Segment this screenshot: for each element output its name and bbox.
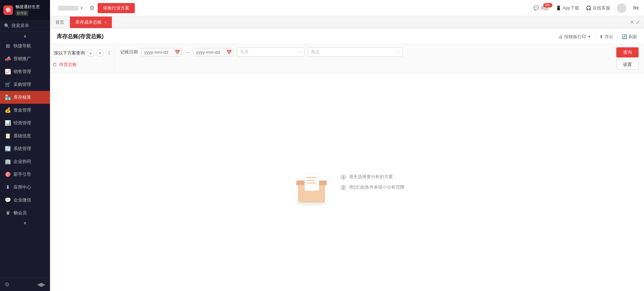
- calendar-end-icon[interactable]: 📅: [226, 50, 232, 55]
- wechat-icon: 💬: [5, 197, 11, 203]
- print-action[interactable]: 🖨 按模板打印 ▼: [559, 34, 591, 40]
- tab-inventory-ledger[interactable]: 库存成本总账 ×: [70, 17, 112, 28]
- scheme-collapse-btn[interactable]: 《: [106, 50, 110, 56]
- scheme-panel: 按以下方案查询 + × 《 🗒 存货总账: [50, 44, 115, 73]
- hint-text-1: 请先选择要分析的方案: [349, 174, 393, 180]
- search-menu-label: 搜索菜单: [11, 23, 29, 29]
- scheme-header-label: 按以下方案查询: [54, 50, 85, 56]
- settings-button[interactable]: 设置: [616, 59, 639, 70]
- warehouse-value: 仓库: [240, 49, 249, 55]
- sales-icon: 📈: [5, 69, 11, 75]
- sidebar-item-sales[interactable]: 📈 销售管理: [0, 65, 50, 78]
- app-download-btn[interactable]: 📱 App下载: [556, 5, 579, 11]
- refresh-action[interactable]: 🔄 刷新: [622, 34, 637, 40]
- page-title: 库存总账(存货总账): [57, 33, 104, 40]
- scheme-remove-btn[interactable]: ×: [96, 49, 104, 57]
- sidebar-item-purchase[interactable]: 🛒 采购管理: [0, 78, 50, 91]
- date-start-field[interactable]: [144, 50, 175, 55]
- sidebar-item-label: 销售管理: [14, 69, 31, 75]
- scroll-down-btn[interactable]: ▼: [0, 219, 50, 227]
- enterprise-icon: 🏢: [5, 159, 11, 165]
- topbar-right: 💬 消息 99+ 📱 App下载 🎧 在线客服 Rit: [534, 3, 639, 13]
- newbie-icon: 🎯: [5, 171, 11, 177]
- sidebar-item-enterprise[interactable]: 🏢 企业协同: [0, 155, 50, 168]
- sidebar-item-basic-info[interactable]: 📋 基础信息: [0, 129, 50, 142]
- avatar[interactable]: [617, 3, 626, 13]
- tab-expand-icon[interactable]: ⤢: [636, 19, 640, 25]
- product-value: 商品: [311, 49, 320, 55]
- filter-actions-col: 查询 设置: [616, 44, 644, 73]
- warehouse-selector[interactable]: 仓库 ···: [237, 47, 304, 57]
- sidebar-item-operations[interactable]: 📊 经营管理: [0, 117, 50, 129]
- inventory-icon: 🏪: [5, 94, 11, 100]
- export-label: 导出: [604, 34, 613, 40]
- sidebar-item-marketing[interactable]: 📣 营销推广: [0, 52, 50, 65]
- page-header-actions: 🖨 按模板打印 ▼ ⬆ 导出 🔄 刷新: [559, 34, 637, 40]
- scheme-header: 按以下方案查询 + × 《: [50, 47, 115, 59]
- svg-rect-5: [306, 183, 316, 184]
- app-name-block: 畅捷通好生意 标准版: [16, 4, 40, 16]
- search-menu-item[interactable]: 🔍 搜索菜单: [0, 20, 50, 32]
- export-action[interactable]: ⬆ 导出: [599, 34, 613, 40]
- warehouse-more-icon[interactable]: ···: [298, 50, 301, 54]
- gear-icon[interactable]: ⚙: [90, 5, 94, 11]
- print-label: 按模板打印: [564, 34, 586, 40]
- industry-btn[interactable]: 体验行业方案: [98, 3, 135, 13]
- query-button[interactable]: 查询: [616, 47, 639, 57]
- product-selector[interactable]: 商品 ···: [308, 47, 402, 57]
- export-icon: ⬆: [599, 34, 603, 39]
- sidebar-item-inventory[interactable]: 🏪 库存核算: [0, 91, 50, 104]
- hint-num-2: 2: [340, 185, 346, 191]
- speaker-icon[interactable]: ◀▶: [37, 281, 45, 288]
- sidebar-item-label: 资金管理: [14, 107, 31, 113]
- tab-inventory-label: 库存成本总账: [75, 19, 102, 25]
- scheme-add-btn[interactable]: +: [87, 49, 94, 57]
- sidebar-item-label: 系统管理: [14, 146, 31, 152]
- sidebar-item-wechat[interactable]: 💬 企业微信: [0, 194, 50, 207]
- date-end-field[interactable]: [196, 50, 226, 55]
- sidebar-item-newbie[interactable]: 🎯 新手引导: [0, 168, 50, 181]
- hint-text-2: 用[过滤]条件来缩小分析范围: [349, 184, 404, 190]
- sidebar-item-label: 库存核算: [14, 94, 31, 100]
- tab-close-icon[interactable]: ×: [104, 20, 106, 24]
- purchase-icon: 🛒: [5, 81, 11, 88]
- online-support-btn[interactable]: 🎧 在线客服: [586, 5, 610, 11]
- workspace-selector[interactable]: ▼: [55, 4, 86, 12]
- message-badge: 99+: [543, 3, 552, 7]
- svg-rect-4: [306, 180, 315, 181]
- date-label: 记账日期: [120, 49, 138, 55]
- sidebar-item-finance[interactable]: 💰 资金管理: [0, 104, 50, 117]
- operations-icon: 📊: [5, 120, 11, 126]
- app-download-label: App下载: [563, 5, 579, 11]
- calendar-start-icon[interactable]: 📅: [175, 50, 180, 55]
- svg-point-6: [296, 201, 327, 205]
- sidebar-item-label: 畅会员: [14, 210, 27, 216]
- tab-close-all-icon[interactable]: ✕: [630, 19, 634, 25]
- sidebar-item-label: 经营管理: [14, 120, 31, 126]
- scroll-up-btn[interactable]: ▲: [0, 32, 50, 40]
- settings-icon[interactable]: ⚙: [5, 281, 9, 288]
- hint-num-1: 1: [340, 174, 346, 180]
- sidebar-logo: 畅 畅捷通好生意 标准版: [0, 0, 50, 20]
- print-chevron-icon: ▼: [588, 35, 591, 39]
- app-download-icon: 📱: [556, 5, 561, 10]
- empty-hint-2: 2 用[过滤]条件来缩小分析范围: [340, 184, 404, 191]
- date-end-input[interactable]: 📅: [193, 48, 233, 56]
- sidebar-item-system[interactable]: 🔄 系统管理: [0, 142, 50, 155]
- sidebar-item-apps[interactable]: ⬇ 应用中心: [0, 181, 50, 194]
- sidebar-item-label: 企业协同: [14, 159, 31, 165]
- message-btn[interactable]: 💬 消息 99+: [534, 5, 549, 11]
- scheme-item-label: 存货总账: [59, 62, 77, 68]
- main-content: ▼ ⚙ 体验行业方案 💬 消息 99+ 📱 App下载 🎧 在线客服 Rit 首…: [50, 0, 644, 291]
- app-name: 畅捷通好生意: [16, 4, 40, 10]
- sidebar-item-vip[interactable]: ♛ 畅会员: [0, 207, 50, 219]
- sidebar-item-quick-nav[interactable]: ⊞ 快捷导航: [0, 40, 50, 52]
- online-support-label: 在线客服: [593, 5, 610, 11]
- tab-home[interactable]: 首页: [50, 17, 70, 28]
- refresh-label: 刷新: [628, 34, 637, 40]
- date-start-input[interactable]: 📅: [141, 48, 182, 56]
- sidebar-bottom: ⚙ ◀▶: [0, 277, 50, 291]
- product-more-icon[interactable]: ···: [396, 50, 399, 54]
- filter-area: 按以下方案查询 + × 《 🗒 存货总账 记账日期 📅: [50, 44, 644, 73]
- scheme-item-inventory[interactable]: 🗒 存货总账: [50, 59, 115, 70]
